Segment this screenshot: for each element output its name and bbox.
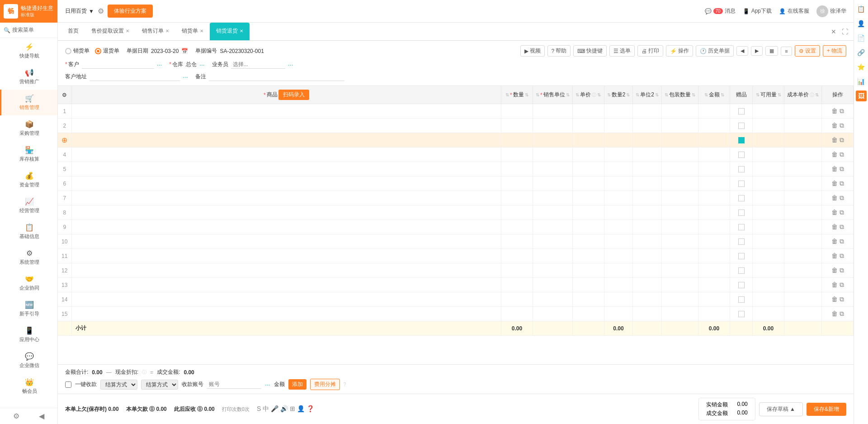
tab-close-sales[interactable]: ✕ bbox=[200, 29, 203, 33]
qty-cell[interactable] bbox=[501, 104, 533, 119]
view-table-btn[interactable]: ▦ bbox=[765, 46, 778, 56]
pkg-cell[interactable] bbox=[662, 162, 698, 176]
unit2-cell[interactable] bbox=[633, 234, 662, 249]
tab-close-sales-order[interactable]: ✕ bbox=[165, 29, 169, 33]
sidebar-item-inventory[interactable]: 🏪 库存核算 bbox=[0, 141, 57, 167]
delete-row-icon[interactable]: 🗑 bbox=[831, 180, 838, 187]
settlement-select[interactable]: 结算方式 bbox=[100, 380, 137, 390]
cost-cell[interactable] bbox=[784, 205, 822, 220]
unit2-cell[interactable] bbox=[633, 249, 662, 263]
avail-cell[interactable] bbox=[753, 249, 784, 263]
unit-cell[interactable] bbox=[533, 220, 572, 234]
history-btn[interactable]: 🕐 历史单据 bbox=[696, 45, 734, 57]
cost-cell[interactable] bbox=[784, 234, 822, 249]
radio-return-single[interactable]: 退货单 bbox=[95, 47, 119, 55]
right-panel-chart[interactable]: 📊 bbox=[856, 76, 867, 87]
tab-sales-return[interactable]: 销货退货 ✕ bbox=[210, 23, 250, 40]
copy-row-icon[interactable]: ⧉ bbox=[840, 295, 844, 303]
sidebar-item-enterprise[interactable]: 🤝 企业协同 bbox=[0, 270, 57, 296]
qty2-cell[interactable] bbox=[604, 263, 633, 278]
tab-price-extract[interactable]: 售价提取设置 ✕ bbox=[85, 23, 136, 40]
amount-cell[interactable] bbox=[698, 133, 730, 148]
price-cell[interactable] bbox=[572, 133, 604, 148]
amount-cell[interactable] bbox=[698, 148, 730, 162]
qty-cell[interactable] bbox=[501, 191, 533, 205]
sidebar-item-marketing[interactable]: 📢 营销推广 bbox=[0, 64, 57, 90]
price-cell[interactable] bbox=[572, 104, 604, 119]
price-cell[interactable] bbox=[572, 220, 604, 234]
add-row-icon[interactable]: ⊕ bbox=[61, 136, 67, 144]
copy-row-icon[interactable]: ⧉ bbox=[840, 165, 844, 173]
pkg-cell[interactable] bbox=[662, 104, 698, 119]
price-cell[interactable] bbox=[572, 148, 604, 162]
qty-cell[interactable] bbox=[501, 148, 533, 162]
unit2-cell[interactable] bbox=[633, 119, 662, 133]
unit-cell[interactable] bbox=[533, 191, 572, 205]
product-cell[interactable] bbox=[71, 263, 501, 278]
qty-cell[interactable] bbox=[501, 205, 533, 220]
gift-cell[interactable] bbox=[730, 249, 753, 263]
pkg-cell[interactable] bbox=[662, 249, 698, 263]
scan-btn[interactable]: 扫码录入 bbox=[278, 90, 309, 100]
qty-cell[interactable] bbox=[501, 133, 533, 148]
app-download-btn[interactable]: 📱 App下载 bbox=[743, 7, 772, 15]
price-cell[interactable] bbox=[572, 162, 604, 176]
amount-cell[interactable] bbox=[698, 205, 730, 220]
tab-sales[interactable]: 销货单 ✕ bbox=[175, 23, 210, 40]
pkg-cell[interactable] bbox=[662, 307, 698, 321]
delete-row-icon[interactable]: 🗑 bbox=[831, 122, 838, 129]
sidebar-item-guide[interactable]: 🆕 新手引导 bbox=[0, 296, 57, 322]
gift-cell[interactable] bbox=[730, 234, 753, 249]
qty2-cell[interactable] bbox=[604, 191, 633, 205]
qty2-cell[interactable] bbox=[604, 176, 633, 191]
qty-cell[interactable] bbox=[501, 263, 533, 278]
gift-cell[interactable] bbox=[730, 292, 753, 307]
qty-cell[interactable] bbox=[501, 278, 533, 292]
copy-row-icon[interactable]: ⧉ bbox=[840, 151, 844, 158]
pkg-cell[interactable] bbox=[662, 205, 698, 220]
gift-cell[interactable] bbox=[730, 263, 753, 278]
unit-cell[interactable] bbox=[533, 133, 572, 148]
unit-cell[interactable] bbox=[533, 148, 572, 162]
amount-cell[interactable] bbox=[698, 278, 730, 292]
unit2-cell[interactable] bbox=[633, 104, 662, 119]
th-gift[interactable]: 赠品 bbox=[730, 86, 753, 104]
pkg-cell[interactable] bbox=[662, 133, 698, 148]
price-cell[interactable] bbox=[572, 119, 604, 133]
address-input[interactable] bbox=[90, 72, 180, 81]
qty-cell[interactable] bbox=[501, 234, 533, 249]
customer-select-btn[interactable]: ··· bbox=[157, 61, 162, 68]
tab-close-all-btn[interactable]: ✕ bbox=[829, 26, 838, 37]
calendar-icon[interactable]: 📅 bbox=[181, 48, 188, 54]
settings-bottom-btn[interactable]: ⚙ bbox=[13, 412, 19, 420]
nav-next-btn[interactable]: ▶ bbox=[751, 46, 763, 56]
online-service-btn[interactable]: 👤 在线客服 bbox=[779, 7, 809, 15]
pkg-cell[interactable] bbox=[662, 292, 698, 307]
gift-checkbox[interactable] bbox=[738, 238, 745, 245]
delete-row-icon[interactable]: 🗑 bbox=[831, 223, 838, 231]
copy-row-icon[interactable]: ⧉ bbox=[840, 223, 844, 231]
add-item-btn[interactable]: 添加 bbox=[288, 379, 307, 390]
copy-row-icon[interactable]: ⧉ bbox=[840, 136, 844, 144]
unit-cell[interactable] bbox=[533, 162, 572, 176]
sidebar-item-finance[interactable]: 💰 资金管理 bbox=[0, 167, 57, 193]
price-cell[interactable] bbox=[572, 307, 604, 321]
avail-cell[interactable] bbox=[753, 278, 784, 292]
amount-cell[interactable] bbox=[698, 307, 730, 321]
unit-cell[interactable] bbox=[533, 234, 572, 249]
unit2-cell[interactable] bbox=[633, 220, 662, 234]
th-pkg[interactable]: ⇅ 包装数量 ⇅ bbox=[662, 86, 698, 104]
unit2-cell[interactable] bbox=[633, 292, 662, 307]
delete-row-icon[interactable]: 🗑 bbox=[831, 310, 838, 318]
cost-cell[interactable] bbox=[784, 307, 822, 321]
product-cell[interactable] bbox=[71, 307, 501, 321]
sidebar-item-sales[interactable]: 🛒 销售管理 bbox=[0, 90, 57, 115]
cost-cell[interactable] bbox=[784, 162, 822, 176]
avail-cell[interactable] bbox=[753, 148, 784, 162]
unit2-cell[interactable] bbox=[633, 278, 662, 292]
gift-cell[interactable] bbox=[730, 191, 753, 205]
nav-prev-btn[interactable]: ◀ bbox=[736, 46, 748, 56]
qty2-cell[interactable] bbox=[604, 119, 633, 133]
th-avail[interactable]: ⇅ 可用量 ⇅ bbox=[753, 86, 784, 104]
price-cell[interactable] bbox=[572, 249, 604, 263]
